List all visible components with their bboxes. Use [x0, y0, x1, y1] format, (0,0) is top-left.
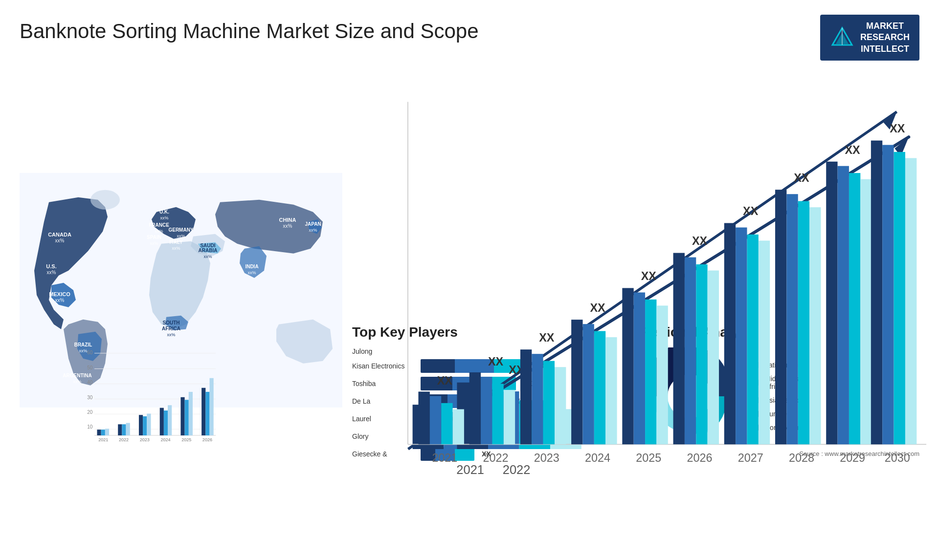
- svg-text:2022: 2022: [483, 452, 509, 464]
- svg-text:xx%: xx%: [160, 215, 168, 220]
- svg-text:xx%: xx%: [203, 254, 212, 259]
- svg-rect-109: [871, 141, 882, 445]
- svg-rect-61: [470, 372, 481, 444]
- svg-rect-129: [101, 430, 105, 435]
- svg-text:50: 50: [87, 366, 93, 371]
- svg-text:2030: 2030: [885, 452, 910, 464]
- svg-rect-128: [97, 430, 101, 435]
- svg-rect-130: [105, 429, 109, 436]
- svg-rect-79: [622, 288, 633, 445]
- svg-text:ITALY: ITALY: [169, 239, 183, 245]
- svg-text:xx%: xx%: [172, 246, 180, 251]
- svg-text:2024: 2024: [160, 437, 170, 442]
- logo-text: MARKET RESEARCH INTELLECT: [860, 21, 910, 55]
- svg-text:2025: 2025: [181, 437, 191, 442]
- svg-text:2023: 2023: [534, 452, 559, 464]
- svg-text:2021: 2021: [98, 437, 108, 442]
- svg-text:2022: 2022: [119, 437, 129, 442]
- svg-text:30: 30: [87, 395, 93, 401]
- svg-rect-140: [160, 408, 164, 435]
- svg-rect-148: [201, 388, 205, 435]
- svg-rect-87: [696, 264, 707, 444]
- svg-text:2021: 2021: [432, 452, 457, 464]
- segmentation-chart: 60 50 40 30 20 10: [20, 347, 283, 445]
- svg-rect-88: [708, 271, 719, 445]
- logo-icon: [830, 25, 854, 50]
- svg-rect-141: [164, 410, 168, 435]
- svg-rect-57: [441, 403, 452, 444]
- svg-rect-105: [849, 173, 860, 444]
- svg-text:xx%: xx%: [177, 234, 185, 238]
- svg-text:INDIA: INDIA: [245, 264, 258, 269]
- svg-rect-69: [543, 361, 555, 445]
- svg-text:XX: XX: [890, 123, 905, 135]
- svg-text:XX: XX: [437, 374, 453, 387]
- svg-rect-55: [418, 392, 429, 445]
- svg-rect-112: [905, 158, 917, 445]
- svg-rect-93: [747, 235, 759, 444]
- svg-rect-92: [736, 228, 747, 445]
- svg-rect-110: [882, 145, 894, 445]
- svg-text:AFRICA: AFRICA: [162, 326, 180, 331]
- svg-rect-91: [724, 223, 736, 445]
- svg-text:XX: XX: [794, 172, 809, 184]
- svg-rect-67: [520, 349, 532, 444]
- svg-text:xx%: xx%: [47, 270, 56, 275]
- svg-rect-70: [555, 367, 566, 444]
- svg-text:2028: 2028: [789, 452, 814, 464]
- svg-text:xx%: xx%: [247, 270, 256, 275]
- svg-rect-99: [798, 201, 809, 445]
- svg-rect-106: [860, 179, 872, 445]
- svg-rect-68: [532, 354, 543, 444]
- page-container: Banknote Sorting Machine Market Size and…: [0, 0, 939, 560]
- svg-rect-149: [205, 392, 209, 435]
- svg-text:MEXICO: MEXICO: [49, 291, 70, 297]
- svg-text:10: 10: [87, 425, 93, 430]
- svg-text:XX: XX: [641, 270, 657, 282]
- svg-rect-63: [492, 384, 503, 444]
- svg-rect-138: [147, 414, 151, 436]
- svg-text:XX: XX: [488, 355, 504, 368]
- svg-text:60: 60: [87, 350, 93, 355]
- growth-chart-v2: 2021 XX 2022 XX 2023 XX: [381, 75, 939, 515]
- svg-rect-82: [656, 306, 668, 445]
- svg-rect-86: [685, 258, 696, 445]
- svg-rect-81: [645, 300, 656, 444]
- svg-rect-145: [185, 400, 189, 435]
- svg-text:U.S.: U.S.: [46, 263, 56, 269]
- svg-text:20: 20: [87, 410, 93, 415]
- svg-rect-134: [126, 423, 130, 435]
- svg-rect-75: [594, 331, 605, 445]
- logo: MARKET RESEARCH INTELLECT: [820, 15, 919, 61]
- svg-text:xx%: xx%: [155, 229, 163, 234]
- svg-text:xx%: xx%: [283, 223, 292, 229]
- svg-text:XX: XX: [590, 302, 605, 314]
- svg-text:CANADA: CANADA: [48, 232, 71, 237]
- svg-text:xx%: xx%: [150, 241, 158, 246]
- svg-rect-103: [826, 162, 837, 445]
- growth-chart-section: 2021 XX 2022 XX: [357, 70, 919, 510]
- svg-text:2024: 2024: [585, 452, 610, 464]
- svg-rect-133: [122, 424, 126, 435]
- svg-text:xx%: xx%: [55, 298, 65, 303]
- svg-text:ARABIA: ARABIA: [199, 248, 218, 253]
- svg-text:XX: XX: [539, 331, 555, 344]
- svg-rect-137: [143, 416, 147, 435]
- svg-rect-142: [168, 405, 172, 435]
- header: Banknote Sorting Machine Market Size and…: [20, 15, 919, 61]
- svg-point-4: [90, 190, 120, 210]
- svg-text:XX: XX: [692, 235, 708, 248]
- svg-rect-76: [605, 337, 617, 444]
- svg-rect-146: [189, 392, 193, 435]
- svg-text:SPAIN: SPAIN: [147, 235, 161, 240]
- svg-rect-132: [118, 424, 122, 435]
- svg-rect-104: [838, 166, 849, 445]
- svg-rect-136: [139, 415, 143, 435]
- svg-text:2029: 2029: [840, 452, 865, 464]
- svg-text:2025: 2025: [636, 452, 661, 464]
- svg-text:CHINA: CHINA: [279, 217, 296, 223]
- page-title: Banknote Sorting Machine Market Size and…: [20, 20, 479, 43]
- svg-rect-74: [582, 324, 594, 444]
- svg-rect-56: [430, 396, 441, 445]
- svg-rect-94: [759, 241, 770, 445]
